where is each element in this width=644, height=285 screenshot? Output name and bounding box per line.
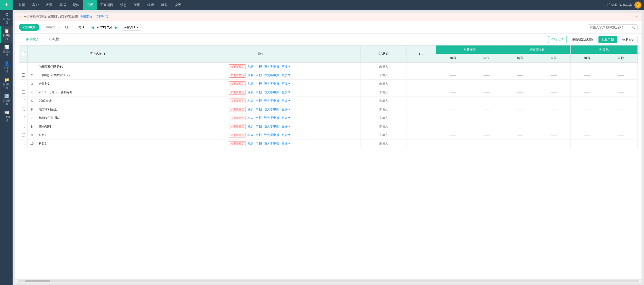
row-checkbox[interactable]	[22, 116, 25, 119]
op-btn-1[interactable]: 申报	[256, 125, 262, 128]
batch-declare-button[interactable]: 批量申报	[598, 36, 617, 43]
op-btn-2[interactable]: 设为零申报	[264, 108, 279, 111]
sidebar-item-tax-overview[interactable]: 📊 报税总览	[0, 43, 13, 59]
sidebar-item-tax-settings[interactable]: ⚙ 报税设置	[0, 10, 13, 26]
op-btn-2[interactable]: 设为零申报	[264, 73, 279, 77]
nav-operations[interactable]: 经营	[144, 0, 157, 10]
op-btn-1[interactable]: 申报	[256, 108, 262, 111]
op-btn-0[interactable]: 税表	[248, 82, 254, 85]
notice-link-buy[interactable]: 立即购买	[96, 15, 108, 19]
op-btn-0[interactable]: 税表	[248, 73, 254, 77]
op-btn-0[interactable]: 税表	[248, 125, 254, 128]
fullscreen-button[interactable]: ⛶ 全屏	[607, 3, 617, 7]
employee-filter-dropdown[interactable]: 全部员工 ▾	[122, 24, 141, 31]
avatar-icon: 😊	[636, 3, 640, 7]
op-btn-3[interactable]: 更多▼	[282, 65, 291, 68]
op-btn-2[interactable]: 设为零申报	[264, 125, 279, 128]
nav-home[interactable]: 首页	[15, 0, 29, 10]
user-avatar[interactable]: 😊	[634, 2, 641, 9]
sidebar-item-business-annual[interactable]: 📰 工商年报	[0, 108, 13, 124]
nav-management[interactable]: 管理	[130, 0, 144, 10]
op-btn-2[interactable]: 设为零申报	[264, 142, 279, 145]
op-btn-3[interactable]: 更多▼	[282, 116, 291, 120]
nav-settings[interactable]: 设置	[171, 0, 185, 10]
op-btn-0[interactable]: 税表	[248, 90, 254, 94]
retrieve-return-button[interactable]: 收取回执	[619, 36, 638, 43]
search-input[interactable]	[590, 26, 630, 29]
op-btn-2[interactable]: 设为零申报	[264, 99, 279, 103]
op-btn-2[interactable]: 设为零申报	[264, 133, 279, 137]
op-btn-3[interactable]: 更多▼	[282, 99, 291, 103]
op-btn-1[interactable]: 申报	[256, 116, 262, 120]
op-btn-1[interactable]: 申报	[256, 142, 262, 145]
update-tax-button[interactable]: 更新税定及取数	[569, 36, 596, 43]
op-btn-1[interactable]: 申报	[256, 133, 262, 137]
sidebar-item-personal-tax[interactable]: 👤 个税申报	[0, 59, 13, 75]
row-checkbox[interactable]	[22, 125, 25, 128]
notice-link-summary[interactable]: 申报汇总	[80, 15, 92, 19]
row-fin-declare: ——	[470, 88, 503, 97]
data-table-container[interactable]: 客户名称 ▼ 操作 CA状态 C... 财务报表 增值税报表 附加税 填写	[15, 45, 641, 279]
notice-close-button[interactable]: ✕	[635, 15, 638, 19]
op-btn-1[interactable]: 申报	[256, 65, 262, 68]
op-btn-0[interactable]: 税表	[248, 116, 254, 120]
search-icon[interactable]: 🔍	[632, 26, 635, 29]
nav-service[interactable]: 服务	[157, 0, 171, 10]
op-btn-2[interactable]: 设为零申报	[264, 116, 279, 120]
date-prev-button[interactable]: ◀	[90, 25, 95, 30]
op-btn-0[interactable]: 税表	[248, 142, 254, 145]
row-checkbox[interactable]	[22, 108, 25, 111]
op-btn-1[interactable]: 申报	[256, 82, 262, 85]
sidebar-item-calc-clear[interactable]: 🔢 汇算清缴	[0, 92, 13, 108]
date-next-button[interactable]: ▶	[114, 25, 119, 30]
op-btn-3[interactable]: 更多▼	[282, 73, 291, 77]
tax-settings-icon: ⚙	[5, 12, 9, 17]
tab-zero-declare[interactable]: 零申报	[42, 24, 60, 31]
declare-records-button[interactable]: 申报记录	[548, 36, 567, 43]
op-btn-2[interactable]: 设为零申报	[264, 90, 279, 94]
sidebar-item-batch-tax[interactable]: 📋 批量报税	[0, 26, 13, 43]
op-btn-1[interactable]: 申报	[256, 90, 262, 94]
nav-invoice[interactable]: 票据	[56, 0, 69, 10]
sidebar-item-tax-records[interactable]: 📁 报税记录	[0, 75, 13, 92]
op-btn-0[interactable]: 税表	[248, 108, 254, 111]
op-btn-1[interactable]: 申报	[256, 73, 262, 77]
row-checkbox[interactable]	[22, 142, 25, 145]
tab-small-scale[interactable]: 小规模	[45, 36, 63, 43]
row-checkbox[interactable]	[22, 133, 25, 136]
sort-icon[interactable]: ▼	[103, 52, 106, 56]
nav-billing[interactable]: 收费	[42, 0, 56, 10]
nav-tax[interactable]: 报税	[83, 0, 97, 10]
row-ca-check	[407, 71, 436, 80]
op-btn-1[interactable]: 申报	[256, 99, 262, 103]
tab-general-taxpayer[interactable]: 一般的税人	[19, 36, 43, 43]
op-btn-0[interactable]: 税表	[248, 65, 254, 68]
nav-client[interactable]: 客户	[29, 0, 42, 10]
op-btn-3[interactable]: 更多▼	[282, 133, 291, 137]
op-btn-2[interactable]: 设为零申报	[264, 82, 279, 85]
nav-message[interactable]: 消息	[117, 0, 130, 10]
op-btn-3[interactable]: 更多▼	[282, 108, 291, 111]
op-btn-3[interactable]: 更多▼	[282, 125, 291, 128]
row-checkbox[interactable]	[22, 65, 25, 68]
th-financial-report: 财务报表	[436, 45, 503, 54]
row-add-fill: ——	[571, 114, 604, 122]
row-client-name: 科目1	[36, 131, 160, 139]
op-btn-3[interactable]: 更多▼	[282, 90, 291, 94]
op-btn-3[interactable]: 更多▼	[282, 82, 291, 85]
tab-tax-declare[interactable]: 税款申报	[19, 24, 39, 31]
op-btn-0[interactable]: 税表	[248, 99, 254, 103]
row-checkbox[interactable]	[22, 99, 25, 102]
row-checkbox[interactable]	[22, 82, 25, 85]
upgrade-button[interactable]: ▶ 畅会员	[620, 3, 632, 7]
op-btn-2[interactable]: 设为零申报	[264, 65, 279, 68]
nav-business[interactable]: 工商项目	[97, 0, 117, 10]
row-checkbox[interactable]	[22, 90, 25, 94]
scrollbar-thumb[interactable]	[25, 280, 50, 282]
nav-accounting[interactable]: 记账	[69, 0, 83, 10]
op-btn-0[interactable]: 税表	[248, 133, 254, 137]
row-checkbox[interactable]	[22, 73, 25, 77]
op-btn-3[interactable]: 更多▼	[282, 142, 291, 145]
select-all-checkbox[interactable]	[22, 52, 25, 55]
horizontal-scrollbar[interactable]	[15, 279, 641, 282]
